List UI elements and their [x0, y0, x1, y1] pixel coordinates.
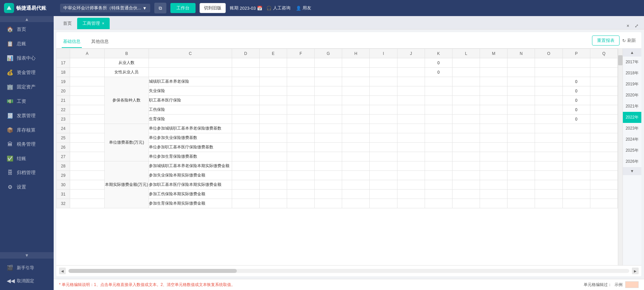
cell-30-i[interactable]	[370, 180, 397, 190]
cell-17-n[interactable]	[507, 58, 535, 68]
sidebar-item-home[interactable]: 🏠 首页	[0, 22, 54, 37]
cell-26-l[interactable]	[452, 143, 480, 152]
cell-24-c[interactable]: 单位参加城镇职工基本养老保险缴费基数	[149, 124, 232, 133]
cell-18-i[interactable]	[370, 68, 397, 77]
year-panel-up-button[interactable]: ▲	[623, 49, 641, 57]
cell-22-i[interactable]	[370, 105, 397, 115]
cell-25-h[interactable]	[342, 133, 370, 143]
cell-27-i[interactable]	[370, 152, 397, 161]
cell-32-f[interactable]	[287, 199, 315, 208]
cell-29-p[interactable]	[562, 171, 590, 180]
cell-21-n[interactable]	[507, 96, 535, 105]
cell-17-g[interactable]	[315, 58, 342, 68]
cell-24-o[interactable]	[535, 124, 562, 133]
cell-29-d[interactable]	[232, 171, 259, 180]
cell-21-d[interactable]	[232, 96, 259, 105]
cell-32-l[interactable]	[452, 199, 480, 208]
cell-19-g[interactable]	[315, 77, 342, 86]
cell-32-a[interactable]	[70, 199, 105, 208]
cell-19-k[interactable]	[425, 77, 452, 86]
cell-22-j[interactable]	[397, 105, 425, 115]
cell-27-n[interactable]	[507, 152, 535, 161]
cell-32-p[interactable]	[562, 199, 590, 208]
cell-28-p[interactable]	[562, 161, 590, 171]
cell-28-e[interactable]	[259, 161, 287, 171]
cell-31-h[interactable]	[342, 190, 370, 199]
col-header-d[interactable]: D	[232, 49, 259, 58]
col-header-o[interactable]: O	[535, 49, 562, 58]
cell-31-k[interactable]	[425, 190, 452, 199]
cell-19-i[interactable]	[370, 77, 397, 86]
col-header-h[interactable]: H	[342, 49, 370, 58]
cell-24-q[interactable]	[590, 124, 618, 133]
cell-17-o[interactable]	[535, 58, 562, 68]
cell-32-m[interactable]	[480, 199, 507, 208]
cell-30-q[interactable]	[590, 180, 618, 190]
cell-30-f[interactable]	[287, 180, 315, 190]
col-header-p[interactable]: P	[562, 49, 590, 58]
cell-24-f[interactable]	[287, 124, 315, 133]
cell-19-p[interactable]: 0	[562, 77, 590, 86]
cell-26-k[interactable]	[425, 143, 452, 152]
cell-32-e[interactable]	[259, 199, 287, 208]
company-selector[interactable]: 中审众环会计师事务所（特殊普通合伙... ▼	[60, 4, 150, 12]
cell-18-n[interactable]	[507, 68, 535, 77]
cell-20-e[interactable]	[259, 86, 287, 96]
cell-30-g[interactable]	[315, 180, 342, 190]
cell-24-e[interactable]	[259, 124, 287, 133]
cell-28-o[interactable]	[535, 161, 562, 171]
cell-30-j[interactable]	[397, 180, 425, 190]
cell-29-i[interactable]	[370, 171, 397, 180]
col-header-k[interactable]: K	[425, 49, 452, 58]
cell-24-k[interactable]	[425, 124, 452, 133]
cell-21-j[interactable]	[397, 96, 425, 105]
cell-18-h[interactable]	[342, 68, 370, 77]
old-version-button[interactable]: 切到旧版	[200, 3, 226, 13]
cell-30-e[interactable]	[259, 180, 287, 190]
cell-22-k[interactable]	[425, 105, 452, 115]
expand-window-button[interactable]: ⤢	[633, 22, 640, 29]
cell-24-b[interactable]: 单位缴费基数(万元)	[104, 124, 149, 161]
year-item[interactable]: 2018年	[623, 68, 641, 79]
cell-25-i[interactable]	[370, 133, 397, 143]
cell-29-f[interactable]	[287, 171, 315, 180]
cell-22-d[interactable]	[232, 105, 259, 115]
col-header-e[interactable]: E	[259, 49, 287, 58]
sidebar-item-guide[interactable]: 🎬 新手引导	[0, 261, 54, 274]
cell-20-o[interactable]	[535, 86, 562, 96]
cell-31-j[interactable]	[397, 190, 425, 199]
cell-19-b[interactable]: 参保各险种人数	[104, 77, 149, 124]
cell-25-c[interactable]: 单位参加失业保险缴费基数	[149, 133, 232, 143]
cell-27-k[interactable]	[425, 152, 452, 161]
v-scrollbar[interactable]	[618, 49, 623, 265]
cell-29-o[interactable]	[535, 171, 562, 180]
col-header-l[interactable]: L	[452, 49, 480, 58]
year-item[interactable]: 2024年	[623, 134, 641, 145]
cell-21-q[interactable]	[590, 96, 618, 105]
cell-30-n[interactable]	[507, 180, 535, 190]
scroll-left-button[interactable]: ◀	[59, 268, 66, 274]
cell-28-q[interactable]	[590, 161, 618, 171]
cell-27-g[interactable]	[315, 152, 342, 161]
scroll-right-button[interactable]: ▶	[632, 268, 639, 274]
cell-28-f[interactable]	[287, 161, 315, 171]
cell-28-c[interactable]: 参加城镇职工基本养老保险本期实际缴费金额	[149, 161, 232, 171]
cell-26-n[interactable]	[507, 143, 535, 152]
sub-tab-other[interactable]: 其他信息	[90, 36, 110, 48]
cell-19-e[interactable]	[259, 77, 287, 86]
cell-28-d[interactable]	[232, 161, 259, 171]
cell-17-i[interactable]	[370, 58, 397, 68]
close-window-button[interactable]: ×	[625, 22, 631, 29]
cell-21-m[interactable]	[480, 96, 507, 105]
cell-19-l[interactable]	[452, 77, 480, 86]
cell-18-p[interactable]	[562, 68, 590, 77]
cell-18-e[interactable]	[259, 68, 287, 77]
cell-23-g[interactable]	[315, 115, 342, 124]
cell-29-h[interactable]	[342, 171, 370, 180]
sidebar-item-invoice[interactable]: 🧾 发票管理	[0, 108, 54, 123]
cell-28-k[interactable]	[425, 161, 452, 171]
cell-22-n[interactable]	[507, 105, 535, 115]
cell-31-f[interactable]	[287, 190, 315, 199]
cell-24-n[interactable]	[507, 124, 535, 133]
cell-24-m[interactable]	[480, 124, 507, 133]
